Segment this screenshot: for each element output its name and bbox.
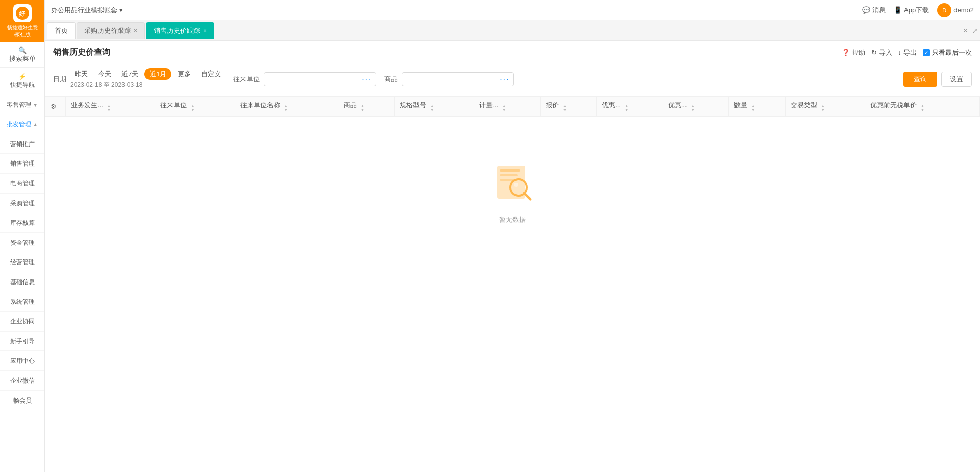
partner-ellipsis-icon: ··· (362, 75, 372, 84)
sort-icon-spec: ▲▼ (430, 104, 434, 112)
sidebar-item-finance[interactable]: 资金管理 (0, 233, 44, 253)
sort-icon-pre-tax: ▲▼ (920, 104, 924, 112)
sidebar-item-retail[interactable]: 零售管理 ▼ (0, 95, 44, 115)
logo[interactable]: 好 畅捷通好生意 标准版 (0, 0, 44, 42)
sidebar-item-marketing[interactable]: 营销推广 (0, 134, 44, 154)
app-download-button[interactable]: 📱 App下载 (894, 6, 929, 15)
date-yesterday[interactable]: 昨天 (70, 68, 92, 80)
tab-purchase-history[interactable]: 采购历史价跟踪 × (77, 22, 145, 39)
product-input[interactable]: ··· (402, 72, 514, 86)
download-icon: 📱 (894, 6, 902, 14)
date-custom[interactable]: 自定义 (197, 68, 225, 80)
date-today[interactable]: 今天 (94, 68, 115, 80)
app-download-label: App下载 (904, 6, 929, 15)
date-filter-label: 日期 (53, 75, 66, 84)
sidebar-item-ecom[interactable]: 电商管理 (0, 174, 44, 194)
sidebar-item-inventory[interactable]: 库存核算 (0, 213, 44, 233)
tab-home-label: 首页 (55, 26, 68, 35)
only-last-checkbox[interactable]: 只看最后一次 (923, 48, 972, 57)
table-header-unit[interactable]: 计量... ▲▼ (474, 97, 540, 117)
message-button[interactable]: 💬 消息 (862, 6, 886, 15)
topbar-left: 办公用品行业模拟账套 ▾ (51, 6, 123, 15)
sidebar-item-operation[interactable]: 经营管理 (0, 252, 44, 272)
table-header-partner-code[interactable]: 往来单位 ▲▼ (155, 97, 235, 117)
table-header-product[interactable]: 商品 ▲▼ (338, 97, 394, 117)
sidebar-item-apps[interactable]: 应用中心 (0, 351, 44, 371)
table-header-settings[interactable]: ⚙ (45, 97, 66, 117)
quicknav-icon: ⚡ (2, 73, 42, 80)
filter-area: 日期 昨天 今天 近7天 近1月 更多 自定义 2023-02-18 至 202… (45, 62, 980, 96)
svg-point-8 (514, 183, 518, 187)
sort-icon-product: ▲▼ (360, 104, 364, 112)
table-header-qty[interactable]: 数量 ▲▼ (729, 97, 785, 117)
sidebar-item-sales[interactable]: 销售管理 (0, 154, 44, 174)
table-container: ⚙ 业务发生... ▲▼ 往来单位 ▲▼ 往来单位名称 ▲▼ (45, 96, 980, 472)
table-header-tx-type[interactable]: 交易类型 ▲▼ (785, 97, 865, 117)
window-expand-button[interactable]: ⤢ (972, 27, 978, 35)
date-options-wrap: 昨天 今天 近7天 近1月 更多 自定义 2023-02-18 至 2023-0… (70, 68, 225, 89)
date-1month[interactable]: 近1月 (144, 68, 172, 80)
checkbox-icon (923, 49, 930, 56)
table-header-pre-tax[interactable]: 优惠前无税单价 ▲▼ (865, 97, 979, 117)
product-ellipsis-icon: ··· (500, 75, 509, 84)
sort-icon-qty: ▲▼ (751, 104, 755, 112)
export-button[interactable]: ↓ 导出 (898, 48, 917, 57)
logo-text: 标准版 (14, 31, 31, 38)
date-more[interactable]: 更多 (174, 68, 195, 80)
empty-text: 暂无数据 (499, 215, 526, 224)
user-avatar-button[interactable]: D demo2 (937, 3, 974, 17)
sidebar-item-member[interactable]: 畅会员 (0, 391, 44, 411)
date-options: 昨天 今天 近7天 近1月 更多 自定义 (70, 68, 225, 80)
table-header-partner-name[interactable]: 往来单位名称 ▲▼ (235, 97, 338, 117)
table-header-biz-date[interactable]: 业务发生... ▲▼ (66, 97, 155, 117)
sidebar-item-basic[interactable]: 基础信息 (0, 272, 44, 292)
sidebar-item-wholesale[interactable]: 批发管理 ▲ (0, 114, 44, 134)
svg-text:好: 好 (18, 10, 26, 17)
tab-purchase-close[interactable]: × (134, 27, 137, 34)
sort-icon-discount2: ▲▼ (691, 104, 695, 112)
settings-button[interactable]: 设置 (941, 72, 972, 87)
import-icon: ↻ (871, 49, 877, 56)
sidebar-item-purchase[interactable]: 采购管理 (0, 194, 44, 214)
empty-state-cell: 暂无数据 (45, 117, 980, 266)
main-content: 办公用品行业模拟账套 ▾ 💬 消息 📱 App下载 D demo2 首页 采购历… (45, 0, 980, 472)
table-header-discount2[interactable]: 优惠... ▲▼ (663, 97, 728, 117)
svg-rect-3 (500, 169, 520, 172)
partner-input[interactable]: ··· (264, 72, 376, 86)
import-button[interactable]: ↻ 导入 (871, 48, 892, 57)
sort-icon-unit: ▲▼ (502, 104, 506, 112)
sidebar-item-collab[interactable]: 企业协同 (0, 312, 44, 332)
sidebar-search-label: 搜索菜单 (3, 54, 41, 63)
page-actions: ❓ 帮助 ↻ 导入 ↓ 导出 只看最后一次 (842, 48, 972, 57)
sidebar-item-guide[interactable]: 新手引导 (0, 332, 44, 351)
svg-rect-4 (500, 174, 518, 176)
date-7days[interactable]: 近7天 (117, 68, 142, 80)
user-name: demo2 (953, 6, 974, 14)
query-button[interactable]: 查询 (903, 72, 937, 87)
sidebar-item-system[interactable]: 系统管理 (0, 292, 44, 312)
sidebar-item-quicknav[interactable]: ⚡ 快捷导航 (0, 68, 44, 95)
window-controls: × ⤢ (963, 26, 978, 35)
account-selector[interactable]: 办公用品行业模拟账套 ▾ (51, 6, 123, 15)
sidebar-item-wechat[interactable]: 企业微信 (0, 371, 44, 391)
avatar: D (937, 3, 951, 17)
table-header-discount1[interactable]: 优惠... ▲▼ (597, 97, 663, 117)
chevron-down-icon: ▾ (119, 6, 123, 14)
import-label: 导入 (879, 48, 892, 57)
sidebar-search[interactable]: 🔍 搜索菜单 (0, 42, 44, 68)
help-button[interactable]: ❓ 帮助 (842, 48, 865, 57)
tab-bar: 首页 采购历史价跟踪 × 销售历史价跟踪 × × ⤢ (45, 20, 980, 41)
sort-icon-discount1: ▲▼ (625, 104, 629, 112)
message-label: 消息 (872, 6, 886, 15)
filter-buttons: 查询 设置 (903, 72, 972, 87)
tab-sales-close[interactable]: × (203, 27, 207, 34)
table-header-spec[interactable]: 规格型号 ▲▼ (395, 97, 474, 117)
tab-home[interactable]: 首页 (47, 22, 76, 39)
sort-icon-tx-type: ▲▼ (821, 104, 825, 112)
table-header-quote[interactable]: 报价 ▲▼ (540, 97, 596, 117)
logo-subtitle: 畅捷通好生意 (7, 25, 38, 31)
tab-sales-history[interactable]: 销售历史价跟踪 × (146, 22, 214, 39)
window-close-button[interactable]: × (963, 26, 968, 35)
empty-state: 暂无数据 (45, 117, 980, 265)
sort-icon-partner-code: ▲▼ (191, 104, 195, 112)
